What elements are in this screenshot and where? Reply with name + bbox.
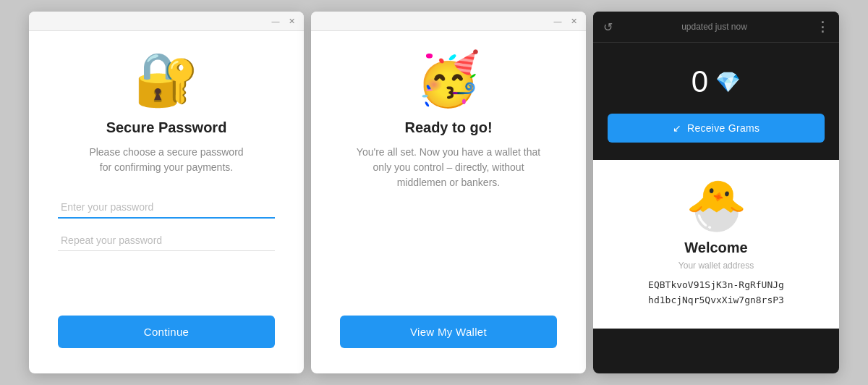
repeat-password-input-group xyxy=(58,230,275,251)
password-input-group xyxy=(58,197,275,219)
wallet-address-label: Your wallet address xyxy=(678,261,754,271)
welcome-title: Welcome xyxy=(684,240,747,256)
balance-row: 0 💎 xyxy=(692,64,741,99)
close-button-1[interactable]: ✕ xyxy=(286,16,297,26)
password-subtitle: Please choose a secure password for conf… xyxy=(89,145,243,175)
ready-window: — ✕ 🥳 Ready to go! You're all set. Now y… xyxy=(311,12,586,373)
password-content: 🔐 Secure Password Please choose a secure… xyxy=(29,31,304,370)
ready-subtitle: You're all set. Now you have a wallet th… xyxy=(357,145,540,190)
ready-content: 🥳 Ready to go! You're all set. Now you h… xyxy=(311,31,586,370)
lock-icon: 🔐 xyxy=(134,53,199,105)
wallet-titlebar: ↺ updated just now ⋮ xyxy=(593,12,839,43)
more-icon[interactable]: ⋮ xyxy=(816,19,829,35)
wallet-address: EQBTkvoV91SjK3n-RgRfUNJg hd1bcjNqr5QvxXi… xyxy=(648,278,784,308)
repeat-password-input[interactable] xyxy=(58,230,275,251)
wallet-top: 0 💎 ↙ Receive Grams xyxy=(593,43,839,160)
password-input[interactable] xyxy=(58,197,275,219)
wallet-window: ↺ updated just now ⋮ 0 💎 ↙ Receive Grams… xyxy=(593,12,839,373)
ready-title: Ready to go! xyxy=(404,119,492,136)
gem-icon: 💎 xyxy=(715,70,741,94)
close-button-2[interactable]: ✕ xyxy=(569,16,579,26)
balance-amount: 0 xyxy=(692,64,708,99)
wallet-address-line2: hd1bcjNqr5QvxXiw7gn8rsP3 xyxy=(648,295,784,305)
receive-label: Receive Grams xyxy=(687,122,760,134)
receive-icon: ↙ xyxy=(673,122,681,134)
titlebar-1: — ✕ xyxy=(29,12,304,31)
refresh-icon[interactable]: ↺ xyxy=(603,20,613,34)
wallet-address-line1: EQBTkvoV91SjK3n-RgRfUNJg xyxy=(648,279,784,290)
view-wallet-button[interactable]: View My Wallet xyxy=(340,316,557,348)
password-window: — ✕ 🔐 Secure Password Please choose a se… xyxy=(29,12,304,373)
minimize-button-2[interactable]: — xyxy=(553,16,563,26)
updated-text: updated just now xyxy=(681,22,747,32)
password-title: Secure Password xyxy=(106,119,227,136)
titlebar-2: — ✕ xyxy=(311,12,586,31)
chick-icon: 🐣 xyxy=(686,180,747,229)
wallet-bottom: 🐣 Welcome Your wallet address EQBTkvoV91… xyxy=(593,160,839,329)
party-icon: 🥳 xyxy=(416,53,481,105)
receive-button[interactable]: ↙ Receive Grams xyxy=(608,114,825,143)
minimize-button-1[interactable]: — xyxy=(271,16,281,26)
continue-button[interactable]: Continue xyxy=(58,316,275,348)
